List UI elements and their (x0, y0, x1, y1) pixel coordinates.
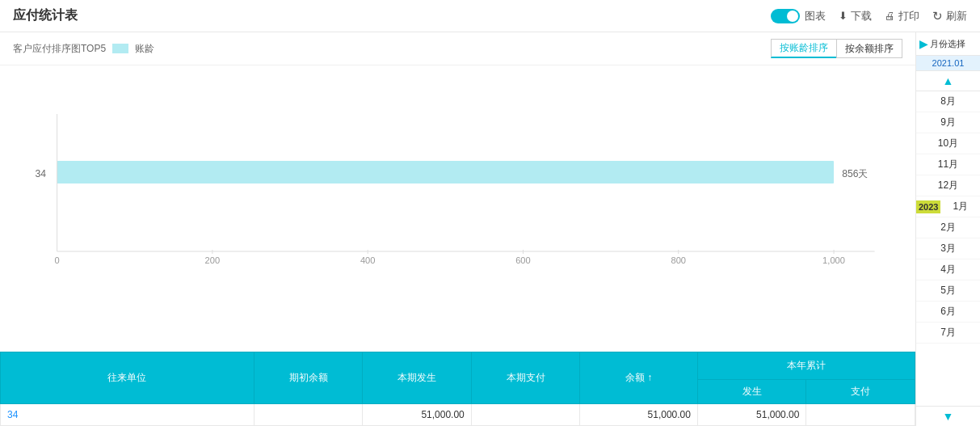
col-header-opening: 期初余额 (254, 352, 362, 404)
toggle-label: 图表 (805, 9, 826, 23)
refresh-icon: ↻ (932, 9, 943, 23)
refresh-label: 刷新 (946, 9, 967, 23)
month-item-1[interactable]: 1月 (940, 196, 980, 217)
sort-by-balance-button[interactable]: 按账龄排序 (771, 39, 836, 58)
print-label: 打印 (898, 9, 919, 23)
chart-body: 34 856天 0 200 400 (0, 65, 915, 352)
refresh-button[interactable]: ↻ 刷新 (932, 9, 967, 23)
month-item-3[interactable]: 3月 (916, 238, 980, 259)
download-icon: ⬇ (839, 10, 848, 22)
legend-color-box (112, 44, 128, 53)
cell-payment (471, 404, 579, 426)
month-item-9[interactable]: 9月 (916, 112, 980, 133)
svg-text:800: 800 (671, 255, 686, 265)
month-item-2[interactable]: 2月 (916, 217, 980, 238)
cell-occurred: 51,000.00 (363, 404, 471, 426)
sidebar-header: ▶ 月份选择 (916, 32, 980, 56)
print-icon: 🖨 (885, 10, 895, 22)
sidebar-current-value: 2021.01 (916, 56, 980, 71)
chart-header: 客户应付排序图TOP5 账龄 按账龄排序 按余额排序 (0, 32, 915, 65)
cell-ytd-occurred: 51,000.00 (697, 404, 805, 426)
month-item-12[interactable]: 12月 (916, 175, 980, 196)
bar-chart-svg: 34 856天 0 200 400 (16, 74, 899, 284)
sidebar-scroll-down[interactable]: ▼ (916, 406, 980, 426)
cell-balance: 51,000.00 (580, 404, 698, 426)
vendor-link[interactable]: 34 (7, 409, 18, 420)
right-sidebar: ▶ 月份选择 2021.01 ▲ 8月 9月 10月 11月 12月 2023 … (915, 32, 980, 426)
month-item-4[interactable]: 4月 (916, 259, 980, 280)
chart-section: 客户应付排序图TOP5 账龄 按账龄排序 按余额排序 34 (0, 32, 915, 426)
svg-text:1,000: 1,000 (822, 255, 845, 265)
month-item-5[interactable]: 5月 (916, 280, 980, 302)
download-label: 下载 (851, 9, 872, 23)
header-actions: 图表 ⬇ 下载 🖨 打印 ↻ 刷新 (771, 9, 967, 23)
data-table: 往来单位 期初余额 本期发生 本期支付 余额 ↑ 本年累计 (0, 352, 915, 426)
svg-text:200: 200 (205, 255, 221, 265)
month-item-7[interactable]: 7月 (916, 323, 980, 344)
legend-text: 客户应付排序图TOP5 (13, 42, 106, 56)
legend-item-label: 账龄 (135, 42, 154, 56)
balance-sort-icon[interactable]: ↑ (647, 372, 652, 383)
cell-opening (254, 404, 362, 426)
month-item-8[interactable]: 8月 (916, 91, 980, 112)
svg-text:34: 34 (36, 168, 47, 179)
month-item-11[interactable]: 11月 (916, 154, 980, 175)
svg-text:600: 600 (515, 255, 531, 265)
col-header-balance: 余额 ↑ (580, 352, 698, 404)
chart-toggle-container[interactable]: 图表 (771, 9, 826, 23)
sidebar-collapse-icon[interactable]: ▶ (919, 37, 928, 50)
page-title: 应付统计表 (13, 7, 78, 24)
col-header-payment: 本期支付 (471, 352, 579, 404)
cell-vendor: 34 (1, 404, 254, 426)
svg-rect-1 (57, 161, 834, 183)
col-header-ytd: 本年累计 (697, 352, 915, 380)
col-header-occurred: 本期发生 (363, 352, 471, 404)
page-header: 应付统计表 图表 ⬇ 下载 🖨 打印 ↻ 刷新 (0, 0, 980, 32)
month-item-10[interactable]: 10月 (916, 133, 980, 154)
month-item-6[interactable]: 6月 (916, 302, 980, 323)
chart-legend: 客户应付排序图TOP5 账龄 (13, 42, 154, 56)
download-button[interactable]: ⬇ 下载 (839, 9, 872, 23)
svg-text:0: 0 (55, 255, 60, 265)
col-header-vendor: 往来单位 (1, 352, 254, 404)
sidebar-title: 月份选择 (930, 38, 965, 50)
table-header-row-1: 往来单位 期初余额 本期发生 本期支付 余额 ↑ 本年累计 (1, 352, 915, 380)
main-content: 客户应付排序图TOP5 账龄 按账龄排序 按余额排序 34 (0, 32, 980, 426)
sort-by-amount-button[interactable]: 按余额排序 (836, 39, 902, 58)
table-row: 34 51,000.00 51,000.00 51,000.00 (1, 404, 915, 426)
col-header-ytd-occurred: 发生 (697, 380, 805, 404)
table-wrapper: 往来单位 期初余额 本期发生 本期支付 余额 ↑ 本年累计 (0, 352, 915, 426)
sidebar-scroll-up[interactable]: ▲ (916, 71, 980, 91)
balance-label: 余额 (625, 372, 645, 383)
sort-buttons: 按账龄排序 按余额排序 (771, 39, 902, 58)
year-2023-label: 2023 (916, 200, 940, 213)
svg-text:400: 400 (360, 255, 376, 265)
chart-toggle[interactable] (771, 9, 800, 23)
svg-text:856天: 856天 (842, 168, 868, 179)
month-list: 8月 9月 10月 11月 12月 2023 1月 2月 3月 4月 5月 6月… (916, 91, 980, 406)
table-section: 往来单位 期初余额 本期发生 本期支付 余额 ↑ 本年累计 (0, 352, 915, 426)
year-2023-row: 2023 1月 (916, 196, 980, 217)
print-button[interactable]: 🖨 打印 (885, 9, 919, 23)
col-header-ytd-payment: 支付 (806, 380, 915, 404)
cell-ytd-payment (806, 404, 915, 426)
